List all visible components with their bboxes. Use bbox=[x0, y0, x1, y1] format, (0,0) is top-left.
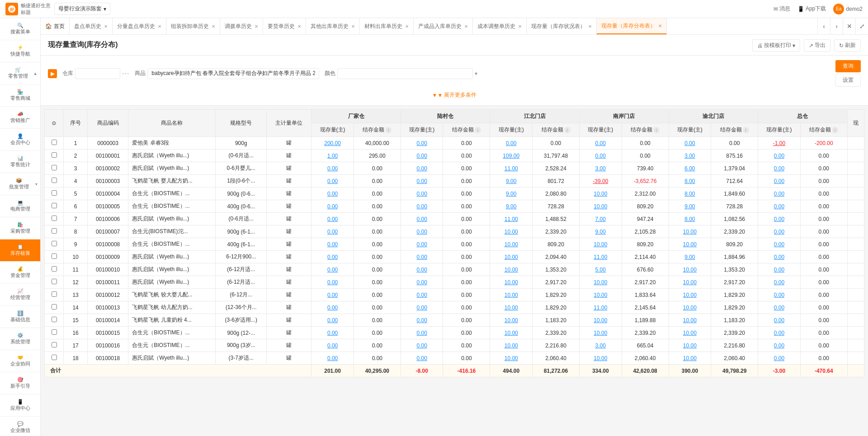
td-w4-qty[interactable]: 0.00 bbox=[579, 150, 622, 162]
td-w2-qty[interactable]: 0.00 bbox=[401, 276, 443, 289]
td-w3-qty[interactable]: 11.00 bbox=[490, 162, 533, 175]
td-w5-qty[interactable]: 8.00 bbox=[669, 175, 711, 188]
td-w5-qty[interactable]: 3.00 bbox=[669, 150, 711, 162]
warehouse-input[interactable] bbox=[75, 68, 120, 79]
info-icon-w4[interactable]: i bbox=[653, 127, 660, 133]
td-wt-qty[interactable]: 0.00 bbox=[758, 150, 801, 162]
sidebar-item-wholesale[interactable]: 📦 批发管理 ▾ bbox=[0, 173, 40, 195]
tab-home[interactable]: 🏠 首页 bbox=[41, 18, 70, 34]
td-w5-qty[interactable]: 10.00 bbox=[669, 238, 711, 251]
sidebar-item-marketing[interactable]: 📣 营销推广 bbox=[0, 107, 40, 129]
td-w3-qty[interactable]: 9.00 bbox=[490, 200, 533, 213]
tab-demand[interactable]: 要货单历史 ✕ bbox=[263, 18, 306, 34]
td-w5-qty[interactable]: 10.00 bbox=[669, 301, 711, 314]
td-w5-qty[interactable]: 10.00 bbox=[669, 263, 711, 276]
td-w3-qty[interactable]: 9.00 bbox=[490, 188, 533, 200]
td-w1-qty[interactable]: 0.00 bbox=[311, 188, 354, 200]
td-w4-qty[interactable]: 11.00 bbox=[579, 251, 622, 263]
sidebar-item-system[interactable]: ⚙️ 系统管理 bbox=[0, 328, 40, 350]
td-checkbox[interactable] bbox=[45, 327, 64, 339]
td-w2-qty[interactable]: 0.00 bbox=[401, 301, 443, 314]
td-wt-qty[interactable]: 0.00 bbox=[758, 188, 801, 200]
td-w2-qty[interactable]: 0.00 bbox=[401, 188, 443, 200]
td-w2-qty[interactable]: 0.00 bbox=[401, 339, 443, 352]
td-w2-qty[interactable]: 0.00 bbox=[401, 162, 443, 175]
sidebar-item-operation[interactable]: 📈 经营管理 bbox=[0, 284, 40, 306]
td-w3-qty[interactable]: 109.00 bbox=[490, 150, 533, 162]
industry-selector[interactable]: 母婴行业演示陈套 ▾ bbox=[54, 3, 110, 15]
td-w4-qty[interactable]: 7.00 bbox=[579, 213, 622, 225]
td-w5-qty[interactable]: 10.00 bbox=[669, 327, 711, 339]
td-wt-qty[interactable]: 0.00 bbox=[758, 213, 801, 225]
td-w3-qty[interactable]: 10.00 bbox=[490, 314, 533, 327]
td-w5-qty[interactable]: 8.00 bbox=[669, 188, 711, 200]
td-w2-qty[interactable]: 0.00 bbox=[401, 200, 443, 213]
close-icon[interactable]: ✕ bbox=[297, 24, 301, 29]
td-w1-qty[interactable]: 200.00 bbox=[311, 137, 354, 150]
td-w2-qty[interactable]: 0.00 bbox=[401, 150, 443, 162]
tab-expand-btn[interactable]: ⤢ bbox=[855, 18, 868, 34]
td-w3-qty[interactable]: 0.00 bbox=[490, 137, 533, 150]
message-btn[interactable]: ✉ 消息 bbox=[774, 5, 790, 13]
close-icon[interactable]: ✕ bbox=[464, 24, 468, 29]
td-w3-qty[interactable]: 10.00 bbox=[490, 289, 533, 301]
td-w4-qty[interactable]: 10.00 bbox=[579, 314, 622, 327]
td-w1-qty[interactable]: 0.00 bbox=[311, 352, 354, 365]
td-checkbox[interactable] bbox=[45, 314, 64, 327]
td-w2-qty[interactable]: 0.00 bbox=[401, 352, 443, 365]
td-checkbox[interactable] bbox=[45, 162, 64, 175]
td-w4-qty[interactable]: 3.00 bbox=[579, 162, 622, 175]
td-w4-qty[interactable]: 10.00 bbox=[579, 352, 622, 365]
td-w2-qty[interactable]: 0.00 bbox=[401, 289, 443, 301]
close-icon[interactable]: ✕ bbox=[518, 24, 522, 29]
tab-cost-adjust[interactable]: 成本调整单历史 ✕ bbox=[473, 18, 527, 34]
td-w5-qty[interactable]: 10.00 bbox=[669, 352, 711, 365]
td-w5-qty[interactable]: 9.00 bbox=[669, 200, 711, 213]
td-w2-qty[interactable]: 0.00 bbox=[401, 225, 443, 238]
td-wt-qty[interactable]: 0.00 bbox=[758, 301, 801, 314]
table-settings-icon[interactable]: ⚙ bbox=[51, 120, 58, 127]
td-w4-qty[interactable]: 10.00 bbox=[579, 327, 622, 339]
td-w3-qty[interactable]: 10.00 bbox=[490, 339, 533, 352]
sidebar-item-retail-stat[interactable]: 📊 零售统计 bbox=[0, 151, 40, 173]
color-input[interactable] bbox=[337, 68, 473, 79]
td-w1-qty[interactable]: 0.00 bbox=[311, 263, 354, 276]
td-w1-qty[interactable]: 0.00 bbox=[311, 225, 354, 238]
td-checkbox[interactable] bbox=[45, 137, 64, 150]
td-w5-qty[interactable]: 10.00 bbox=[669, 289, 711, 301]
td-checkbox[interactable] bbox=[45, 339, 64, 352]
close-icon[interactable]: ✕ bbox=[405, 24, 409, 29]
close-icon[interactable]: ✕ bbox=[104, 24, 108, 29]
sidebar-item-appcenter[interactable]: 📱 应用中心 bbox=[0, 394, 40, 417]
warehouse-ellipsis-btn[interactable]: ··· bbox=[122, 70, 129, 78]
info-icon-wt[interactable]: i bbox=[832, 127, 838, 133]
td-w2-qty[interactable]: 0.00 bbox=[401, 327, 443, 339]
td-w5-qty[interactable]: 8.00 bbox=[669, 213, 711, 225]
td-w1-qty[interactable]: 0.00 bbox=[311, 200, 354, 213]
td-w3-qty[interactable]: 10.00 bbox=[490, 263, 533, 276]
td-w3-qty[interactable]: 10.00 bbox=[490, 251, 533, 263]
td-w2-qty[interactable]: 0.00 bbox=[401, 263, 443, 276]
sidebar-item-guide[interactable]: 🎯 新手引导 bbox=[0, 372, 40, 394]
close-icon[interactable]: ✕ bbox=[158, 24, 161, 29]
tab-next-btn[interactable]: › bbox=[830, 18, 843, 34]
td-w4-qty[interactable]: 5.00 bbox=[579, 263, 622, 276]
td-w3-qty[interactable]: 9.00 bbox=[490, 175, 533, 188]
refresh-btn[interactable]: ↻ 刷新 bbox=[834, 39, 861, 52]
sidebar-item-store[interactable]: 🏪 零售商城 bbox=[0, 84, 40, 107]
info-icon-w3[interactable]: i bbox=[564, 127, 571, 133]
td-w1-qty[interactable]: 0.00 bbox=[311, 238, 354, 251]
td-w1-qty[interactable]: 0.00 bbox=[311, 213, 354, 225]
tab-other-out[interactable]: 其他出库单历史 ✕ bbox=[306, 18, 360, 34]
td-w3-qty[interactable]: 10.00 bbox=[490, 238, 533, 251]
td-wt-qty[interactable]: 0.00 bbox=[758, 339, 801, 352]
td-w1-qty[interactable]: 0.00 bbox=[311, 339, 354, 352]
td-checkbox[interactable] bbox=[45, 352, 64, 365]
close-icon[interactable]: ✕ bbox=[658, 23, 662, 28]
td-w3-qty[interactable]: 11.00 bbox=[490, 213, 533, 225]
expand-btn[interactable]: ▼▼ 展开更多条件 bbox=[429, 89, 481, 101]
td-w5-qty[interactable]: 10.00 bbox=[669, 314, 711, 327]
td-w2-qty[interactable]: 0.00 bbox=[401, 314, 443, 327]
info-icon-w2[interactable]: i bbox=[475, 127, 481, 133]
td-wt-qty[interactable]: 0.00 bbox=[758, 263, 801, 276]
